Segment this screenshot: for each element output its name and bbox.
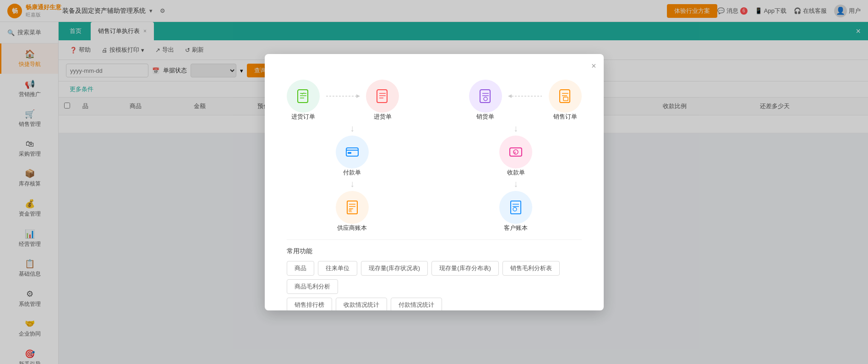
svg-rect-20 bbox=[346, 148, 358, 156]
modal-close-btn[interactable]: × bbox=[591, 61, 596, 71]
arrow-sales-order-to-bill bbox=[502, 80, 549, 100]
common-btn-receipt-stats[interactable]: 收款情况统计 bbox=[336, 298, 387, 310]
supplier-ledger-circle: 账 bbox=[336, 191, 369, 224]
sales-order-node[interactable]: 销售订单 bbox=[549, 80, 582, 121]
common-btn-sales-rank[interactable]: 销售排行榜 bbox=[287, 298, 332, 310]
arrow-purchase-to-bill bbox=[320, 80, 366, 100]
common-btn-product-margin[interactable]: 商品毛利分析 bbox=[287, 279, 338, 294]
down-arrow-payment: ↓ bbox=[350, 179, 355, 189]
purchase-order-node[interactable]: 进货订单 bbox=[287, 80, 320, 121]
supplier-ledger-node[interactable]: 账 供应商账本 bbox=[336, 191, 369, 232]
down-arrow-purchase: ↓ bbox=[350, 123, 355, 134]
down-arrow-sales-bill: ↓ bbox=[513, 123, 518, 134]
receipt-node[interactable]: ¥ 收款单 bbox=[499, 136, 532, 177]
svg-rect-6 bbox=[377, 90, 387, 103]
common-section-title: 常用功能 bbox=[287, 247, 582, 255]
sales-bill-node[interactable]: 销货单 bbox=[469, 80, 502, 121]
svg-point-13 bbox=[484, 97, 487, 101]
svg-text:¥: ¥ bbox=[513, 151, 516, 155]
sales-bill-circle bbox=[469, 80, 502, 113]
flow-diagram: 进货订单 进货单 bbox=[287, 69, 582, 239]
purchase-order-label: 进货订单 bbox=[291, 113, 315, 121]
quick-nav-modal: × 进货订单 bbox=[265, 54, 604, 310]
common-btn-partner[interactable]: 往来单位 bbox=[318, 261, 357, 276]
common-btn-stock-status[interactable]: 现存量(库存状况表) bbox=[361, 261, 428, 276]
purchase-bill-label: 进货单 bbox=[374, 113, 392, 121]
down-arrow-receipt: ↓ bbox=[513, 179, 518, 189]
svg-rect-0 bbox=[298, 90, 308, 103]
sales-order-label: 销售订单 bbox=[553, 113, 577, 121]
supplier-ledger-label: 供应商账本 bbox=[337, 224, 367, 232]
common-btn-product[interactable]: 商品 bbox=[287, 261, 314, 276]
svg-rect-19 bbox=[563, 97, 568, 101]
svg-rect-22 bbox=[348, 152, 351, 154]
common-btn-sales-margin[interactable]: 销售毛利分析表 bbox=[502, 261, 560, 276]
sales-bill-label: 销货单 bbox=[476, 113, 494, 121]
common-buttons-row-1: 商品 往来单位 现存量(库存状况表) 现存量(库存分布表) 销售毛利分析表 商品… bbox=[287, 261, 582, 294]
customer-ledger-circle bbox=[499, 191, 532, 224]
svg-point-34 bbox=[513, 207, 517, 211]
customer-ledger-node[interactable]: 客户账本 bbox=[499, 191, 532, 232]
common-buttons-row-2: 销售排行榜 收款情况统计 付款情况统计 bbox=[287, 298, 582, 310]
svg-marker-5 bbox=[356, 94, 360, 98]
common-btn-stock-dist[interactable]: 现存量(库存分布表) bbox=[431, 261, 499, 276]
purchase-bill-node[interactable]: 进货单 bbox=[366, 80, 399, 121]
svg-marker-15 bbox=[508, 94, 512, 98]
svg-text:账: 账 bbox=[349, 209, 352, 213]
purchase-order-circle bbox=[287, 80, 320, 113]
payment-circle bbox=[336, 136, 369, 168]
payment-node[interactable]: 付款单 bbox=[336, 136, 369, 177]
common-btn-payment-stats[interactable]: 付款情况统计 bbox=[391, 298, 442, 310]
receipt-circle: ¥ bbox=[499, 136, 532, 168]
common-functions-section: 常用功能 商品 往来单位 现存量(库存状况表) 现存量(库存分布表) 销售毛利分… bbox=[287, 239, 582, 310]
customer-ledger-label: 客户账本 bbox=[504, 224, 528, 232]
purchase-bill-circle bbox=[366, 80, 399, 113]
payment-label: 付款单 bbox=[343, 168, 361, 177]
receipt-label: 收款单 bbox=[507, 168, 525, 177]
modal-overlay[interactable]: × 进货订单 bbox=[0, 0, 868, 364]
sales-order-circle bbox=[549, 80, 582, 113]
